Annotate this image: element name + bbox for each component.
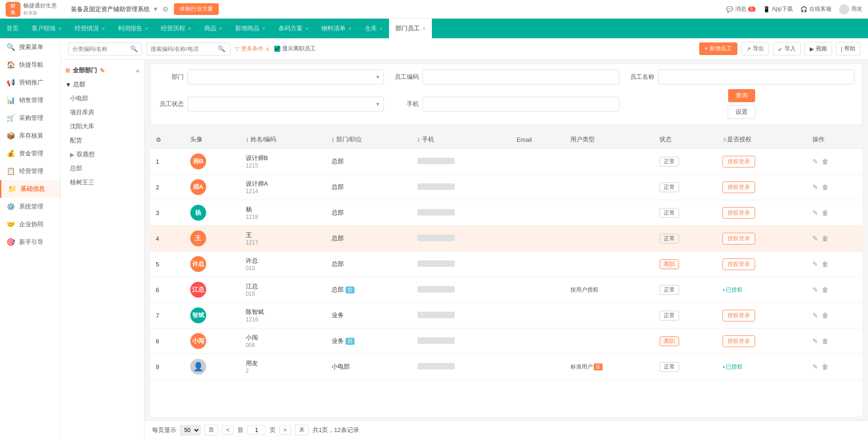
more-filter-btn[interactable]: ▽ 更多条件 ∧ <box>235 45 270 53</box>
sidebar-item-collab[interactable]: 🤝 企业协同 <box>0 216 60 233</box>
delete-icon[interactable]: 🗑 <box>822 286 828 293</box>
tab-new-goods[interactable]: 新增商品 × <box>229 19 271 38</box>
tab-operation[interactable]: 经营情况 × <box>68 19 111 38</box>
filter-search-input[interactable] <box>151 46 216 52</box>
tree-item-shenyang[interactable]: 沈阳大库 <box>61 119 144 133</box>
col-phone[interactable]: ↕ 手机 <box>412 131 511 149</box>
first-page-btn[interactable]: 首 <box>204 425 218 435</box>
dept-select[interactable] <box>187 70 384 84</box>
show-resigned-toggle[interactable]: 显示离职员工 <box>274 45 316 53</box>
tree-item-shuanglu[interactable]: ▶ 双鹿想 <box>61 147 144 161</box>
last-page-btn[interactable]: 末 <box>295 425 309 435</box>
tree-item-xiao-dian[interactable]: 小电部 <box>61 91 144 105</box>
emp-name-input[interactable] <box>658 70 854 84</box>
sidebar-item-finance[interactable]: 💰 资金管理 <box>0 145 60 162</box>
edit-icon[interactable]: ✎ <box>812 235 818 242</box>
system-title-dropdown[interactable]: ▼ <box>153 6 159 13</box>
tab-history[interactable]: 经营历程 × <box>154 19 197 38</box>
edit-icon[interactable]: ✎ <box>812 363 818 370</box>
col-dept[interactable]: ↕ 部门/职位 <box>326 131 412 149</box>
sidebar-item-marketing[interactable]: 📢 营销推广 <box>0 74 60 91</box>
edit-icon[interactable]: ✎ <box>812 286 818 293</box>
emp-code-input[interactable] <box>423 70 619 84</box>
page-end-label: 页 <box>270 426 276 434</box>
sidebar-item-basic[interactable]: 📁 基础信息 <box>0 180 60 198</box>
sidebar-item-management[interactable]: 📋 经营管理 <box>0 162 60 180</box>
auth-login-button[interactable]: 授权登录 <box>722 233 755 244</box>
sidebar-item-sales[interactable]: 📊 销售管理 <box>0 91 60 109</box>
delete-icon[interactable]: 🗑 <box>822 158 828 165</box>
tree-edit-icon[interactable]: ✎ <box>100 67 105 74</box>
delete-icon[interactable]: 🗑 <box>822 363 828 370</box>
tree-item-zhishu[interactable]: 植树王三 <box>61 175 144 189</box>
search-input[interactable] <box>72 46 128 52</box>
sidebar-item-inventory[interactable]: 📦 库存核算 <box>0 127 60 145</box>
auth-login-button[interactable]: 授权登录 <box>722 258 755 270</box>
emp-status-select[interactable] <box>187 97 384 111</box>
tree-item-zongbu2[interactable]: 总部 <box>61 161 144 175</box>
tab-barcode[interactable]: 条码方案 × <box>272 19 315 38</box>
delete-icon[interactable]: 🗑 <box>822 209 828 216</box>
tab-department[interactable]: 部门员工 × <box>389 19 432 38</box>
phone-input[interactable] <box>423 97 619 111</box>
delete-icon[interactable]: 🗑 <box>822 337 828 345</box>
status-badge: 正常 <box>660 234 679 244</box>
edit-icon[interactable]: ✎ <box>812 209 818 216</box>
sidebar-item-search[interactable]: 🔍 搜索菜单 <box>0 38 60 56</box>
delete-icon[interactable]: 🗑 <box>822 235 828 242</box>
left-tree: ⊞ 全部部门 ✎ « ▼ 总部 小电部 项目库房 沈阳大库 配货 ▶ 双鹿想 总… <box>61 60 145 439</box>
user-btn[interactable]: 用友 <box>839 4 862 14</box>
auth-login-button[interactable]: 授权登录 <box>722 156 755 167</box>
video-button[interactable]: ▶视频 <box>805 42 832 56</box>
settings-icon[interactable]: ⚙ <box>162 5 168 14</box>
col-settings[interactable]: ⚙ <box>150 131 185 149</box>
help-button[interactable]: |帮助 <box>836 42 861 56</box>
auth-login-button[interactable]: 授权登录 <box>722 335 755 347</box>
settings-button[interactable]: 设置 <box>728 105 756 119</box>
tree-collapse-btn[interactable]: « <box>136 67 139 74</box>
tree-item-project[interactable]: 项目库房 <box>61 105 144 119</box>
app-download-btn[interactable]: 📱 App下载 <box>763 5 793 13</box>
message-btn[interactable]: 💬 消息 6 <box>726 5 756 13</box>
tab-profit[interactable]: 利润报告 × <box>111 19 154 38</box>
edit-icon[interactable]: ✎ <box>812 158 818 165</box>
tab-warehouse[interactable]: 仓库 × <box>358 19 389 38</box>
per-page-select[interactable]: 50 <box>180 425 201 435</box>
phone-cell <box>412 149 511 174</box>
delete-icon[interactable]: 🗑 <box>822 260 828 268</box>
tab-goods[interactable]: 商品 × <box>198 19 229 38</box>
auth-login-button[interactable]: 授权登录 <box>722 207 755 219</box>
auth-login-button[interactable]: 授权登录 <box>722 181 755 193</box>
query-button[interactable]: 查询 <box>728 89 755 102</box>
add-employee-button[interactable]: + 新增员工 <box>699 42 737 55</box>
tab-bom[interactable]: 物料清单 × <box>315 19 358 38</box>
show-resigned-checkbox[interactable] <box>274 46 280 52</box>
col-name[interactable]: ↕ 姓名/编码 <box>240 131 326 149</box>
tree-item-peihuo[interactable]: 配货 <box>61 133 144 147</box>
search-box[interactable]: 🔍 <box>68 42 142 56</box>
sidebar-item-system[interactable]: ⚙️ 系统管理 <box>0 198 60 216</box>
user-type-cell <box>565 200 654 226</box>
filter-search-box[interactable]: 🔍 <box>146 42 230 56</box>
auth-login-button[interactable]: 授权登录 <box>722 310 755 321</box>
delete-icon[interactable]: 🗑 <box>822 183 828 191</box>
next-page-btn[interactable]: > <box>279 425 291 435</box>
sidebar-item-purchase[interactable]: 🛒 采购管理 <box>0 109 60 127</box>
tab-home[interactable]: 首页 <box>0 19 25 38</box>
tree-group-zongbu[interactable]: ▼ 总部 <box>61 77 144 91</box>
edit-icon[interactable]: ✎ <box>812 312 818 319</box>
import-button[interactable]: ↙导入 <box>773 42 801 56</box>
edit-icon[interactable]: ✎ <box>812 337 818 345</box>
page-input[interactable] <box>247 425 266 435</box>
sidebar-item-guide[interactable]: 🎯 新手引导 <box>0 233 60 251</box>
online-service-btn[interactable]: 🎧 在线客服 <box>800 5 832 13</box>
tab-customer[interactable]: 客户联络 × <box>25 19 68 38</box>
prev-page-btn[interactable]: < <box>222 425 234 435</box>
sidebar-item-nav[interactable]: 🏠 快捷导航 <box>0 56 60 74</box>
edit-icon[interactable]: ✎ <box>812 183 818 191</box>
export-button[interactable]: ↗导出 <box>741 42 769 56</box>
delete-icon[interactable]: 🗑 <box>822 312 828 319</box>
trial-button[interactable]: 体验行业方案 <box>174 3 219 15</box>
table-settings-icon[interactable]: ⚙ <box>156 136 161 143</box>
edit-icon[interactable]: ✎ <box>812 260 818 268</box>
